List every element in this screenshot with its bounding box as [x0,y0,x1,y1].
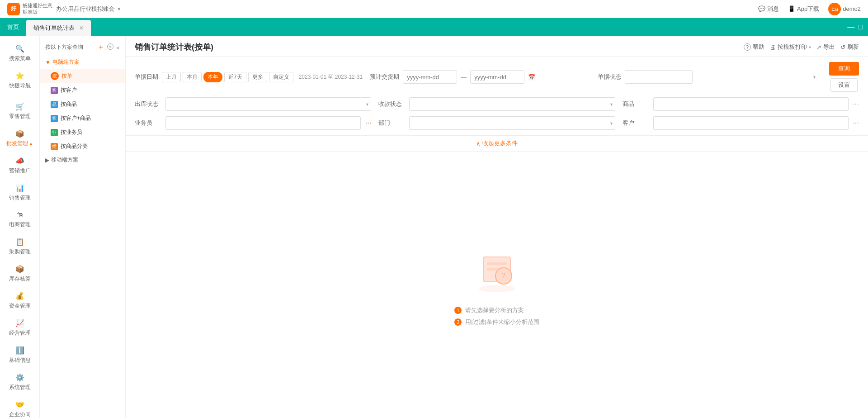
scheme-item-by-goods-category-icon: 类 [51,143,58,150]
scheme-add-btn[interactable]: ＋ [97,43,104,52]
scheme-item-by-customer[interactable]: 客 按客户 [40,83,125,97]
last-month-btn[interactable]: 上月 [162,72,181,82]
corp-collab-icon: 🤝 [15,400,24,409]
empty-illustration: ? [470,243,524,299]
scheme-edit-btn[interactable]: ✎ [107,43,113,51]
message-action[interactable]: 💬 消息 [758,5,779,13]
scheme-item-by-goods-category[interactable]: 类 按商品分类 [40,139,125,153]
sidebar-item-purchase[interactable]: 📋 采购管理 [0,233,39,260]
salesperson-more-dots[interactable]: ··· [365,119,371,127]
date-separator: — [461,74,467,81]
more-date-btn[interactable]: 更多 [248,72,267,82]
sidebar-item-retail-mgmt[interactable]: 🛒 零售管理 [0,98,39,125]
sidebar-item-ops[interactable]: 📈 经营管理 [0,314,39,342]
scheme-collapse-btn[interactable]: « [116,44,120,51]
scheme-item-by-salesperson[interactable]: 业 按业务员 [40,125,125,139]
filter-row-3: 业务员 ··· 部门 ▾ 客户 ··· [135,116,859,130]
sidebar-item-sys-mgmt[interactable]: ⚙️ 系统管理 [0,369,39,396]
sidebar-item-corp-collab[interactable]: 🤝 企业协同 [0,396,39,418]
department-select[interactable] [409,116,615,130]
date-range-display: 2023-01-01 至 2023-12-31 [299,73,363,81]
sidebar-item-marketing[interactable]: 📣 营销推广 [0,152,39,179]
export-btn[interactable]: ↗ 导出 [816,43,835,51]
scheme-panel: 按以下方案查询 ＋ ✎ « ▼ 电脑端方案 按 按单 [40,36,126,418]
sidebar-item-quick-nav-label: 快捷导航 [9,82,31,90]
status-select-chevron: ▾ [813,75,816,80]
sidebar-item-search-menu[interactable]: 🔍 搜索菜单 [0,40,39,67]
goods-label: 商品 [623,100,650,108]
tab-close-icon[interactable]: ✕ [79,25,84,31]
scheme-item-by-order[interactable]: 按 按单 [40,69,125,83]
app-title-dropdown-icon[interactable]: ▾ [118,5,121,12]
status-select-wrapper: ▾ [625,70,818,84]
goods-input[interactable] [653,97,849,111]
refresh-btn[interactable]: ↺ 刷新 [840,43,859,51]
sidebar-item-finance[interactable]: 💰 资金管理 [0,287,39,314]
scheme-section-desktop-label: 电脑端方案 [52,58,80,66]
template-print-btn[interactable]: 🖨 按模板打印 ▾ [770,43,811,51]
scheme-section-mobile-title[interactable]: ▶ 移动端方案 [40,153,125,166]
page-header: 销售订单统计表(按单) ? 帮助 🖨 按模板打印 ▾ ↗ 导出 [126,36,868,57]
shipping-status-select[interactable] [165,97,371,111]
customer-more-dots[interactable]: ··· [853,119,859,127]
scheme-item-by-salesperson-icon: 业 [51,129,58,136]
svg-point-2 [479,285,515,292]
empty-tip-2: 2 用[过滤]条件来缩小分析范围 [454,318,539,326]
scheme-item-by-customer-goods[interactable]: 客 按客户+商品 [40,111,125,125]
collection-status-select[interactable] [409,97,615,111]
this-year-btn[interactable]: 本年 [203,72,222,82]
date-from-input[interactable] [403,70,457,84]
marketing-icon: 📣 [15,157,24,165]
query-btn[interactable]: 查询 [829,62,859,76]
scheme-section-mobile-arrow: ▶ [45,157,49,163]
sidebar-item-ecommerce[interactable]: 🛍 电商管理 [0,206,39,233]
scheme-section-desktop-title[interactable]: ▼ 电脑端方案 [40,56,125,69]
status-select[interactable] [625,70,693,84]
logo-area: 好 畅捷通好生意 标准版 [7,3,52,15]
sidebar-item-basic-info[interactable]: ℹ️ 基础信息 [0,342,39,369]
scheme-item-by-order-label: 按单 [61,72,72,80]
customer-input[interactable] [653,116,849,130]
window-minimize-btn[interactable]: — [847,23,854,31]
settings-btn[interactable]: 设置 [830,78,858,92]
last-7-days-btn[interactable]: 近7天 [224,72,246,82]
custom-date-btn[interactable]: 自定义 [269,72,293,82]
basic-info-icon: ℹ️ [15,346,24,355]
scheme-item-by-goods-label: 按商品 [61,100,77,108]
help-btn[interactable]: ? 帮助 [744,43,764,51]
template-print-dropdown[interactable]: ▾ [809,45,811,50]
salesperson-input[interactable] [165,116,361,130]
svg-rect-4 [487,262,507,265]
goods-more-dots[interactable]: ··· [853,100,859,108]
sidebar-item-inventory[interactable]: 📦 库存核算 [0,260,39,287]
collapse-bar[interactable]: ∧ 收起更多条件 [126,136,868,152]
sidebar: 🔍 搜索菜单 ⭐ 快捷导航 🛒 零售管理 📦 批发管理 ▲ 📣 营销推广 📊 销… [0,36,40,418]
tab-sales-order-stat[interactable]: 销售订单统计表 ✕ [26,20,91,36]
top-bar-right: 💬 消息 📱 App下载 Ea demo2 [758,3,861,15]
status-group: 单据状态 ▾ [598,70,818,84]
scheme-item-by-goods[interactable]: 品 按商品 [40,97,125,111]
sidebar-item-wholesale-mgmt[interactable]: 📦 批发管理 ▲ [0,125,39,152]
tab-bar: 首页 销售订单统计表 ✕ — □ [0,18,868,36]
refresh-icon: ↺ [840,44,845,51]
scheme-item-by-salesperson-label: 按业务员 [61,128,82,136]
top-bar-left: 好 畅捷通好生意 标准版 办公用品行业模拟账套 ▾ [7,3,121,15]
app-download-action[interactable]: 📱 App下载 [788,5,819,13]
template-print-icon: 🖨 [770,44,776,51]
department-label: 部门 [378,119,406,127]
user-profile[interactable]: Ea demo2 [828,3,861,15]
sidebar-item-quick-nav[interactable]: ⭐ 快捷导航 [0,67,39,94]
this-month-btn[interactable]: 本月 [183,72,202,82]
query-actions: 查询 设置 [829,62,859,92]
calendar-icon[interactable]: 📅 [528,74,535,81]
date-to-input[interactable] [470,70,524,84]
collapse-btn[interactable]: ∧ 收起更多条件 [476,139,518,147]
scheme-header-actions: ＋ ✎ « [97,43,120,52]
expected-delivery-label: 预计交货期 [370,73,399,81]
sidebar-item-sales-mgmt[interactable]: 📊 销售管理 [0,179,39,206]
date-label: 单据日期 [135,73,158,81]
sidebar-item-sales-mgmt-label: 销售管理 [9,194,31,202]
window-maximize-btn[interactable]: □ [858,23,863,31]
filter-row-1: 单据日期 上月 本月 本年 近7天 更多 自定义 2023-01-01 至 20… [135,62,859,92]
tab-home[interactable]: 首页 [0,18,26,36]
